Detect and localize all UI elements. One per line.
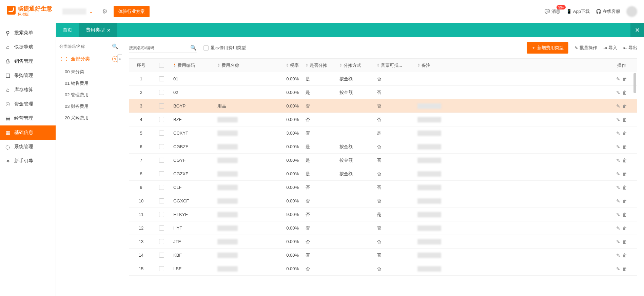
table-row[interactable]: 11HTKYF9.00%否是✎🗑 <box>129 208 637 221</box>
sidebar-item[interactable]: ⌂快捷导航 <box>0 40 56 54</box>
edit-row-icon[interactable]: ✎ <box>616 266 620 272</box>
category-all[interactable]: ⋮⋮ 全部分类 ✎ <box>59 56 118 62</box>
category-item[interactable]: 01 销售费用 <box>59 78 118 89</box>
category-item[interactable]: 20 采购费用 <box>59 112 118 124</box>
gear-icon[interactable]: ⚙ <box>102 8 108 15</box>
table-row[interactable]: 12HYF0.00%否否✎🗑 <box>129 221 637 235</box>
delete-row-icon[interactable]: 🗑 <box>622 158 627 163</box>
checkbox-icon[interactable] <box>203 45 209 51</box>
cell-checkbox[interactable] <box>153 154 170 167</box>
th-name[interactable]: ▲▼费用名称 <box>214 59 272 72</box>
cell-checkbox[interactable] <box>153 99 170 113</box>
sidebar-item[interactable]: ▤经营管理 <box>0 111 56 125</box>
edit-row-icon[interactable]: ✎ <box>616 185 620 190</box>
cell-checkbox[interactable] <box>153 235 170 248</box>
cell-checkbox[interactable] <box>153 221 170 235</box>
th-index[interactable]: 序号 <box>129 59 153 72</box>
cell-checkbox[interactable] <box>153 181 170 194</box>
export-action[interactable]: ⇤导出 <box>623 45 637 51</box>
category-item[interactable]: 00 未分类 <box>59 66 118 78</box>
table-row[interactable]: 3BGYP用品0.00%否否✎🗑 <box>129 99 637 113</box>
cell-checkbox[interactable] <box>153 208 170 221</box>
table-row[interactable]: 13JTF0.00%否否✎🗑 <box>129 235 637 249</box>
sidebar-item[interactable]: ⌂库存核算 <box>0 83 56 97</box>
table-search-input[interactable] <box>129 43 190 52</box>
edit-row-icon[interactable]: ✎ <box>616 131 620 136</box>
search-icon[interactable]: 🔍 <box>112 43 118 50</box>
sidebar-item[interactable]: ⎙销售管理 <box>0 54 56 68</box>
cell-checkbox[interactable] <box>153 167 170 180</box>
edit-row-icon[interactable]: ✎ <box>616 158 620 163</box>
cell-checkbox[interactable] <box>153 113 170 126</box>
cell-checkbox[interactable] <box>153 262 170 275</box>
trial-button[interactable]: 体验行业方案 <box>114 6 150 17</box>
delete-row-icon[interactable]: 🗑 <box>622 266 627 272</box>
delete-row-icon[interactable]: 🗑 <box>622 225 627 231</box>
delete-row-icon[interactable]: 🗑 <box>622 253 627 258</box>
th-note[interactable]: ▲▼备注 <box>414 59 606 72</box>
edit-row-icon[interactable]: ✎ <box>616 171 620 177</box>
table-row[interactable]: 6CGBZF0.00%是按金额否✎🗑 <box>129 140 637 154</box>
table-row[interactable]: 9CLF0.00%否否✎🗑 <box>129 181 637 194</box>
cell-checkbox[interactable] <box>153 194 170 208</box>
delete-row-icon[interactable]: 🗑 <box>622 103 627 109</box>
cell-checkbox[interactable] <box>153 86 170 99</box>
service-link[interactable]: 🎧 在线客服 <box>596 8 620 15</box>
edit-row-icon[interactable]: ✎ <box>616 198 620 204</box>
table-row[interactable]: 1010.00%是按金额否✎🗑 <box>129 72 637 86</box>
table-row[interactable]: 2020.00%是按金额否✎🗑 <box>129 86 637 99</box>
delete-row-icon[interactable]: 🗑 <box>622 131 627 136</box>
cell-checkbox[interactable] <box>153 72 170 85</box>
delete-row-icon[interactable]: 🗑 <box>622 185 627 190</box>
table-row[interactable]: 5CCKYF3.00%否是✎🗑 <box>129 126 637 140</box>
sidebar-item[interactable]: ✧新手引导 <box>0 154 56 168</box>
chevron-down-icon[interactable]: ⌄ <box>89 9 93 14</box>
category-search-input[interactable] <box>59 42 112 51</box>
delete-row-icon[interactable]: 🗑 <box>622 144 627 150</box>
batch-action[interactable]: ✎批量操作 <box>574 45 597 51</box>
search-icon[interactable]: 🔍 <box>190 45 197 51</box>
cell-checkbox[interactable] <box>153 249 170 262</box>
import-action[interactable]: ⇥导入 <box>603 45 617 51</box>
delete-row-icon[interactable]: 🗑 <box>622 239 627 244</box>
edit-row-icon[interactable]: ✎ <box>616 144 620 150</box>
collapse-panel-icon[interactable]: « <box>117 54 122 63</box>
cell-checkbox[interactable] <box>153 126 170 140</box>
delete-row-icon[interactable]: 🗑 <box>622 117 627 122</box>
edit-row-icon[interactable]: ✎ <box>616 117 620 122</box>
delete-row-icon[interactable]: 🗑 <box>622 198 627 204</box>
cell-checkbox[interactable] <box>153 140 170 153</box>
sidebar-item[interactable]: ⚲搜索菜单 <box>0 26 56 40</box>
category-item[interactable]: 02 管理费用 <box>59 89 118 101</box>
table-row[interactable]: 14KBF0.00%否否✎🗑 <box>129 249 637 262</box>
delete-row-icon[interactable]: 🗑 <box>622 171 627 177</box>
sidebar-item[interactable]: ◌系统管理 <box>0 140 56 154</box>
download-link[interactable]: 📱 App下载 <box>566 8 590 15</box>
add-expense-button[interactable]: ＋ 新增费用类型 <box>527 42 568 54</box>
show-disabled-checkbox[interactable]: 显示停用费用类型 <box>203 45 246 51</box>
edit-row-icon[interactable]: ✎ <box>616 103 620 109</box>
th-invoice[interactable]: ▲▼普票可抵... <box>373 59 414 72</box>
category-item[interactable]: 03 财务费用 <box>59 101 118 112</box>
table-row[interactable]: 4BZF0.00%否否✎🗑 <box>129 113 637 126</box>
close-tab-icon[interactable]: ✕ <box>107 28 111 33</box>
edit-row-icon[interactable]: ✎ <box>616 212 620 217</box>
scrollbar[interactable] <box>633 73 636 93</box>
edit-row-icon[interactable]: ✎ <box>616 225 620 231</box>
table-row[interactable]: 8CGZXF0.00%是按金额否✎🗑 <box>129 167 637 181</box>
tab-expense-type[interactable]: 费用类型✕ <box>79 23 117 37</box>
delete-row-icon[interactable]: 🗑 <box>622 212 627 217</box>
tab-home[interactable]: 首页 <box>56 23 79 37</box>
table-row[interactable]: 15LBF0.00%否否✎🗑 <box>129 262 637 276</box>
message-link[interactable]: 💬 消息 99+ <box>545 8 560 15</box>
close-all-tabs[interactable]: ✕ <box>630 23 644 37</box>
avatar[interactable] <box>626 6 637 17</box>
th-rate[interactable]: ▲▼税率 <box>272 59 302 72</box>
table-row[interactable]: 10GGXCF0.00%否否✎🗑 <box>129 194 637 208</box>
th-checkbox[interactable] <box>153 59 170 72</box>
sidebar-item[interactable]: ☉资金管理 <box>0 97 56 111</box>
th-method[interactable]: ▲▼分摊方式 <box>336 59 373 72</box>
table-row[interactable]: 7CGYF0.00%是按金额否✎🗑 <box>129 154 637 167</box>
edit-row-icon[interactable]: ✎ <box>616 253 620 258</box>
edit-row-icon[interactable]: ✎ <box>616 76 620 82</box>
